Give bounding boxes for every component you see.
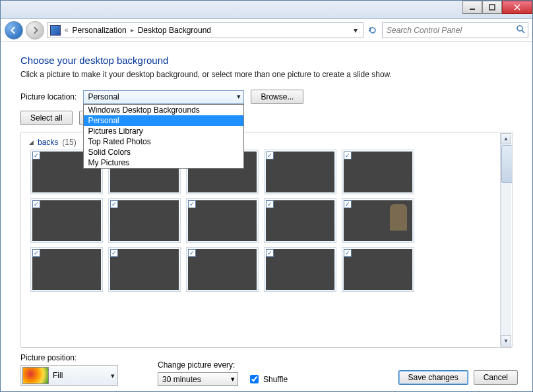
wallpaper-thumb[interactable]: ✓ bbox=[264, 150, 336, 194]
wallpaper-image bbox=[344, 249, 412, 290]
picture-location-value: Personal bbox=[88, 92, 119, 101]
maximize-button[interactable] bbox=[482, 1, 502, 14]
position-preview-icon bbox=[22, 367, 49, 384]
thumb-checkbox[interactable]: ✓ bbox=[188, 200, 196, 208]
titlebar bbox=[1, 1, 532, 19]
thumb-checkbox[interactable]: ✓ bbox=[344, 200, 352, 208]
content-area: Choose your desktop background Click a p… bbox=[1, 43, 532, 391]
gallery-scrollbar[interactable]: ▲ ▼ bbox=[500, 133, 511, 347]
scroll-up-button[interactable]: ▲ bbox=[501, 133, 511, 144]
save-changes-button[interactable]: Save changes bbox=[398, 370, 468, 385]
location-option-wdb[interactable]: Windows Desktop Backgrounds bbox=[84, 105, 243, 115]
wallpaper-image bbox=[344, 152, 412, 192]
wallpaper-thumb[interactable]: ✓ bbox=[186, 198, 259, 243]
change-interval-label: Change picture every: bbox=[158, 360, 288, 370]
collapse-triangle-icon[interactable]: ◢ bbox=[29, 139, 34, 146]
wallpaper-thumb[interactable]: ✓ bbox=[342, 150, 414, 194]
shuffle-checkbox[interactable] bbox=[250, 375, 259, 383]
thumb-checkbox[interactable]: ✓ bbox=[32, 152, 40, 159]
thumb-checkbox[interactable]: ✓ bbox=[266, 200, 274, 208]
picture-position-label: Picture position: bbox=[20, 353, 118, 362]
chevron-right-icon: ▸ bbox=[131, 26, 134, 34]
change-interval-value: 30 minutes bbox=[162, 375, 201, 384]
nav-bar: « Personalization ▸ Desktop Background ▾ bbox=[1, 19, 532, 42]
gallery-group-name: backs bbox=[38, 138, 58, 147]
wallpaper-image bbox=[110, 200, 179, 241]
page-title: Choose your desktop background bbox=[20, 55, 513, 66]
select-all-button[interactable]: Select all bbox=[20, 111, 73, 125]
forward-button[interactable] bbox=[26, 21, 44, 40]
wallpaper-image bbox=[32, 249, 101, 290]
close-button[interactable] bbox=[502, 1, 532, 14]
thumb-checkbox[interactable]: ✓ bbox=[188, 249, 196, 257]
picture-position-value: Fill bbox=[53, 371, 63, 380]
location-option-top-rated[interactable]: Top Rated Photos bbox=[84, 136, 243, 147]
search-box[interactable] bbox=[382, 22, 528, 38]
browse-button[interactable]: Browse... bbox=[251, 90, 303, 104]
picture-location-label: Picture location: bbox=[20, 92, 77, 101]
wallpaper-image bbox=[110, 249, 179, 290]
wallpaper-thumb[interactable]: ✓ bbox=[264, 247, 336, 292]
thumb-checkbox[interactable]: ✓ bbox=[110, 200, 118, 208]
refresh-button[interactable] bbox=[366, 24, 379, 37]
shuffle-control[interactable]: Shuffle bbox=[247, 373, 288, 385]
location-option-pictures-library[interactable]: Pictures Library bbox=[84, 126, 243, 136]
svg-rect-1 bbox=[489, 5, 495, 10]
thumb-checkbox[interactable]: ✓ bbox=[32, 249, 40, 257]
wallpaper-thumb[interactable]: ✓ bbox=[30, 247, 103, 292]
location-option-personal[interactable]: Personal bbox=[84, 115, 243, 126]
breadcrumb-item-personalization[interactable]: Personalization bbox=[73, 26, 127, 35]
thumb-checkbox[interactable]: ✓ bbox=[266, 249, 274, 257]
shuffle-label: Shuffle bbox=[263, 375, 288, 384]
search-icon[interactable] bbox=[516, 24, 525, 36]
wallpaper-thumb[interactable]: ✓ bbox=[342, 198, 414, 243]
wallpaper-image bbox=[32, 200, 101, 241]
cancel-button[interactable]: Cancel bbox=[474, 370, 518, 385]
picture-location-combo[interactable]: Personal bbox=[83, 90, 244, 104]
wallpaper-thumb[interactable]: ✓ bbox=[108, 198, 181, 243]
wallpaper-thumb[interactable]: ✓ bbox=[264, 198, 336, 243]
wallpaper-image bbox=[266, 200, 334, 241]
picture-location-dropdown[interactable]: Windows Desktop Backgrounds Personal Pic… bbox=[83, 104, 244, 169]
wallpaper-image bbox=[266, 152, 334, 192]
search-input[interactable] bbox=[385, 25, 516, 36]
picture-position-combo[interactable]: Fill bbox=[20, 365, 118, 386]
wallpaper-image bbox=[266, 249, 334, 290]
gallery-grid: ✓ ✓ ✓ ✓ ✓ ✓ ✓ ✓ ✓ ✓ ✓ ✓ ✓ ✓ bbox=[25, 150, 511, 348]
picture-location-combo-wrap: Personal Windows Desktop Backgrounds Per… bbox=[83, 90, 244, 104]
control-panel-icon bbox=[50, 25, 61, 36]
breadcrumb-prefix: « bbox=[65, 26, 69, 34]
wallpaper-thumb[interactable]: ✓ bbox=[108, 247, 181, 292]
wallpaper-thumb[interactable]: ✓ bbox=[342, 247, 414, 292]
gallery-group-count: (15) bbox=[62, 138, 76, 147]
thumb-checkbox[interactable]: ✓ bbox=[344, 249, 352, 257]
page-subtitle: Click a picture to make it your desktop … bbox=[20, 70, 513, 79]
refresh-icon bbox=[368, 26, 377, 35]
change-interval-combo[interactable]: 30 minutes bbox=[158, 372, 238, 386]
svg-point-2 bbox=[517, 26, 522, 31]
minimize-button[interactable] bbox=[462, 1, 482, 14]
breadcrumb-item-desktop-background[interactable]: Desktop Background bbox=[138, 26, 211, 35]
wallpaper-image bbox=[188, 200, 257, 241]
back-button[interactable] bbox=[5, 21, 23, 40]
location-option-my-pictures[interactable]: My Pictures bbox=[84, 157, 243, 168]
wallpaper-image bbox=[188, 249, 257, 290]
wallpaper-thumb[interactable]: ✓ bbox=[30, 198, 103, 243]
breadcrumb-dropdown[interactable]: ▾ bbox=[351, 26, 360, 35]
wallpaper-thumb[interactable]: ✓ bbox=[186, 247, 259, 292]
svg-rect-0 bbox=[470, 9, 475, 10]
scroll-thumb[interactable] bbox=[501, 145, 513, 183]
thumb-checkbox[interactable]: ✓ bbox=[32, 200, 40, 208]
location-option-solid-colors[interactable]: Solid Colors bbox=[84, 147, 243, 157]
thumb-checkbox[interactable]: ✓ bbox=[344, 152, 352, 159]
wallpaper-image bbox=[344, 200, 412, 241]
thumb-checkbox[interactable]: ✓ bbox=[266, 152, 274, 159]
thumb-checkbox[interactable]: ✓ bbox=[110, 249, 118, 257]
scroll-down-button[interactable]: ▼ bbox=[501, 335, 511, 347]
breadcrumb[interactable]: « Personalization ▸ Desktop Background ▾ bbox=[47, 22, 363, 38]
window-frame: « Personalization ▸ Desktop Background ▾… bbox=[0, 0, 533, 392]
